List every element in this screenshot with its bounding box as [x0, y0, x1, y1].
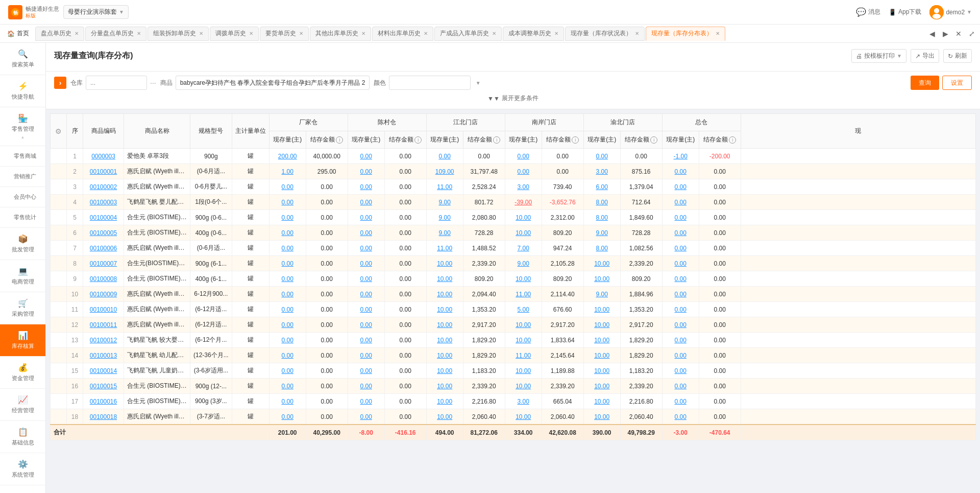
row-nanan-amt: 1,833.64: [542, 333, 583, 348]
sidebar-item-retail-stat[interactable]: 零售统计: [0, 207, 45, 228]
sidebar-item-system[interactable]: ⚙️ 系统管理: [0, 453, 45, 485]
tab-finished-in[interactable]: 产成品入库单历史 ✕: [434, 27, 502, 41]
row-current: [741, 164, 975, 179]
close-icon[interactable]: ✕: [361, 31, 365, 36]
row-num: 1: [67, 149, 83, 164]
close-icon[interactable]: ✕: [249, 31, 253, 36]
th-nanan-qty: 现存量(主): [505, 131, 542, 149]
close-icon[interactable]: ✕: [199, 31, 203, 36]
tab-material-out[interactable]: 材料出库单历史 ✕: [372, 27, 433, 41]
info-icon[interactable]: i: [493, 136, 500, 144]
table-wrapper[interactable]: ⚙ 序 商品编码 商品名称 规格型号 主计量单位 厂家仓 陈村仓 江北门店 南岸…: [46, 109, 980, 493]
color-input[interactable]: [389, 76, 471, 90]
row-current: [741, 241, 975, 256]
refresh-button[interactable]: ↻ 刷新: [943, 49, 972, 63]
close-icon[interactable]: ✕: [75, 31, 79, 36]
svg-point-3: [934, 8, 939, 13]
search-button[interactable]: 查询: [911, 76, 939, 90]
sidebar-item-nav[interactable]: ⚡ 快捷导航: [0, 75, 45, 107]
info-icon[interactable]: i: [572, 136, 579, 144]
close-icon[interactable]: ✕: [424, 31, 428, 36]
sidebar-item-inventory[interactable]: 📊 库存核算: [0, 324, 45, 357]
th-factory-qty: 现存量(主): [269, 131, 306, 149]
tab-other-out[interactable]: 其他出库单历史 ✕: [310, 27, 371, 41]
close-icon[interactable]: ✕: [299, 31, 303, 36]
close-icon[interactable]: ✕: [635, 31, 639, 36]
export-button[interactable]: ↗ 导出: [911, 49, 939, 63]
user-menu[interactable]: demo2 ▼: [929, 5, 972, 19]
row-unit: 罐: [232, 348, 269, 363]
sidebar-item-search[interactable]: 🔍 搜索英单: [0, 43, 45, 75]
row-gear: [51, 271, 67, 287]
sidebar-item-wholesale[interactable]: 📦 批发管理: [0, 228, 45, 260]
row-nanan-amt: 2,339.20: [542, 379, 583, 394]
tab-transfer[interactable]: 调拨单历史 ✕: [210, 27, 259, 41]
sidebar-item-member[interactable]: 会员中心: [0, 187, 45, 207]
close-icon[interactable]: ✕: [554, 31, 558, 36]
tab-stock-dist[interactable]: 现存量（库存分布表） ✕: [646, 27, 725, 41]
settings-button[interactable]: 设置: [942, 76, 972, 90]
operation-icon: 📈: [18, 395, 28, 405]
row-yubei-qty: 10.00: [583, 348, 620, 363]
chevron-up-icon: ▲: [21, 135, 25, 139]
goods-input[interactable]: [176, 76, 370, 90]
row-factory-qty: 1.00: [269, 164, 306, 179]
row-nanan-amt: 676.60: [542, 302, 583, 317]
info-icon[interactable]: i: [414, 136, 422, 144]
industry-selector[interactable]: 母婴行业演示陈套 ▼: [63, 5, 129, 19]
tab-home[interactable]: 🏠 首页: [2, 27, 34, 41]
row-num: 10: [67, 287, 83, 302]
tab-requisition[interactable]: 要货单历史 ✕: [260, 27, 309, 41]
close-icon[interactable]: ✕: [137, 31, 141, 36]
sidebar-item-purchase[interactable]: 🛒 采购管理: [0, 292, 45, 324]
footer-total-amt: -470.64: [699, 425, 741, 440]
tab-stock-check[interactable]: 盘点单历史 ✕: [35, 27, 84, 41]
row-chencun-qty: 0.00: [348, 149, 384, 164]
row-jiangbei-amt: 1,353.20: [463, 302, 505, 317]
sidebar-item-finance[interactable]: 💰 资金管理: [0, 357, 45, 389]
row-gear: [51, 333, 67, 348]
app-download-button[interactable]: 📱 App下载: [889, 8, 921, 16]
sidebar-item-basic[interactable]: 📋 基础信息: [0, 421, 45, 453]
row-unit: 罐: [232, 363, 269, 379]
tab-expand-button[interactable]: ⤢: [966, 28, 978, 40]
tab-stock-check-sub[interactable]: 分量盘点单历史 ✕: [85, 27, 146, 41]
row-jiangbei-qty: 11.00: [426, 179, 463, 195]
sidebar-item-enterprise[interactable]: 🤝 企业协同: [0, 485, 45, 493]
row-nanan-amt: 2,060.40: [542, 409, 583, 425]
print-button[interactable]: 🖨 按模板打印 ▼: [851, 49, 906, 63]
table-row: 11 00100010 惠氏启赋 (Wyeth illu... (6-12月适.…: [51, 302, 976, 317]
info-icon[interactable]: i: [336, 136, 343, 144]
sidebar-item-retail[interactable]: 🏪 零售管理 ▲: [0, 107, 45, 146]
sidebar-item-marketing[interactable]: 营销推广: [0, 167, 45, 187]
chevron-down-icon: ▼: [119, 9, 124, 15]
row-name: 惠氏启赋 (Wyeth illu...: [124, 164, 190, 179]
row-spec: (3-7岁适...: [190, 409, 232, 425]
page-title-row: 现存量查询(库存分布) 🖨 按模板打印 ▼ ↗ 导出 ↻ 刷新: [54, 49, 972, 63]
tab-current-stock[interactable]: 现存量（库存状况表） ✕: [565, 27, 645, 41]
gear-icon[interactable]: ⚙: [55, 127, 62, 135]
warehouse-input[interactable]: [86, 76, 147, 90]
messages-button[interactable]: 💬 消息: [856, 7, 880, 17]
info-icon[interactable]: i: [650, 136, 657, 144]
info-icon[interactable]: i: [729, 136, 736, 144]
sidebar-item-retail-shop[interactable]: 零售商城: [0, 146, 45, 167]
row-total-amt: 0.00: [699, 241, 741, 256]
close-icon[interactable]: ✕: [716, 31, 720, 36]
sidebar-item-operation[interactable]: 📈 经营管理: [0, 389, 45, 421]
tab-cost-adjust[interactable]: 成本调整单历史 ✕: [503, 27, 564, 41]
row-total-qty: 0.00: [662, 379, 699, 394]
sidebar-item-ecommerce[interactable]: 💻 电商管理: [0, 260, 45, 292]
tab-close-all-button[interactable]: ✕: [952, 28, 965, 40]
tab-next-button[interactable]: ▶: [939, 28, 951, 40]
row-total-amt: 0.00: [699, 225, 741, 241]
close-icon[interactable]: ✕: [492, 31, 496, 36]
tab-prev-button[interactable]: ◀: [926, 28, 938, 40]
expand-conditions-button[interactable]: ▼▼ 展开更多条件: [483, 92, 543, 105]
row-spec: (0-6月适...: [190, 164, 232, 179]
row-chencun-qty: 0.00: [348, 225, 384, 241]
expand-toggle-button[interactable]: ›: [54, 77, 66, 89]
tab-assemble[interactable]: 组装拆卸单历史 ✕: [148, 27, 209, 41]
warehouse-more-icon[interactable]: ···: [150, 79, 156, 87]
row-code: 00100012: [83, 333, 124, 348]
